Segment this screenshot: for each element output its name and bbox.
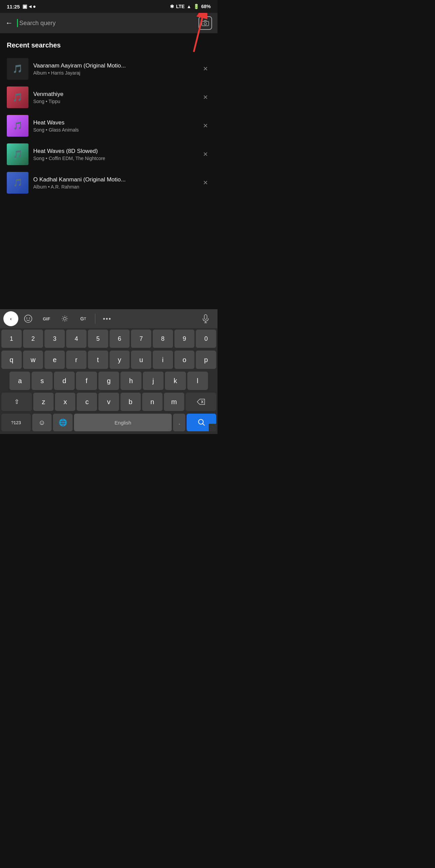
backspace-key[interactable] (186, 393, 216, 411)
album-art-heatwaves: 🎵 (7, 115, 29, 137)
key-w[interactable]: w (23, 351, 43, 369)
search-placeholder: Search query (19, 20, 56, 27)
key-f[interactable]: f (76, 372, 97, 390)
key-m[interactable]: m (164, 393, 184, 411)
item-info: Heat Waves (8D Slowed) Song • Coffin EDM… (33, 148, 195, 161)
key-o[interactable]: o (174, 351, 195, 369)
remove-item-button[interactable]: ✕ (200, 62, 211, 75)
list-item[interactable]: 🎵 O Kadhal Kanmani (Original Motio... Al… (7, 169, 211, 197)
key-v[interactable]: v (98, 393, 119, 411)
text-cursor (17, 19, 18, 27)
svg-point-4 (24, 315, 32, 322)
list-item[interactable]: Vaaranam Aayiram (Original Motio... Albu… (7, 55, 211, 83)
key-2[interactable]: 2 (23, 330, 43, 348)
gif-button[interactable]: GIF (38, 311, 55, 326)
key-e[interactable]: e (44, 351, 65, 369)
list-item[interactable]: 🎵 Heat Waves (8D Slowed) Song • Coffin E… (7, 140, 211, 169)
key-g[interactable]: g (98, 372, 119, 390)
remove-item-button[interactable]: ✕ (200, 119, 211, 132)
album-art-vaaranam (7, 58, 29, 80)
search-icon (198, 419, 205, 426)
keyboard-number-row: 1 2 3 4 5 6 7 8 9 0 (0, 328, 218, 349)
key-z[interactable]: z (33, 393, 54, 411)
key-t[interactable]: t (88, 351, 108, 369)
svg-point-5 (26, 318, 27, 319)
key-1[interactable]: 1 (1, 330, 22, 348)
key-x[interactable]: x (55, 393, 75, 411)
language-key[interactable]: 🌐 (53, 414, 73, 431)
key-u[interactable]: u (131, 351, 151, 369)
key-8[interactable]: 8 (153, 330, 173, 348)
keyboard-back-button[interactable]: ‹ (3, 311, 18, 326)
key-5[interactable]: 5 (88, 330, 108, 348)
search-input-area[interactable]: Search query (17, 19, 194, 27)
period-key[interactable]: . (173, 414, 185, 431)
space-key[interactable]: English (74, 414, 172, 431)
key-b[interactable]: b (120, 393, 141, 411)
numbers-switch-key[interactable]: ?123 (1, 414, 31, 431)
remove-item-button[interactable]: ✕ (200, 91, 211, 104)
status-bar: 11:25 ▣ ◂ ● ✱ LTE ▲ 🔋 68% (0, 0, 218, 13)
svg-point-13 (198, 419, 203, 424)
emoji-icon (24, 314, 33, 323)
emoji-button[interactable] (20, 311, 37, 326)
item-title: Heat Waves (33, 119, 195, 126)
list-item[interactable]: 🎵 Heat Waves Song • Glass Animals ✕ (7, 112, 211, 140)
more-options-button[interactable]: ••• (99, 311, 116, 326)
key-s[interactable]: s (32, 372, 52, 390)
key-9[interactable]: 9 (174, 330, 195, 348)
key-p[interactable]: p (196, 351, 216, 369)
microphone-button[interactable] (197, 311, 214, 326)
key-d[interactable]: d (54, 372, 75, 390)
item-info: O Kadhal Kanmani (Original Motio... Albu… (33, 176, 195, 190)
key-c[interactable]: c (77, 393, 97, 411)
keyboard-row-qwerty: q w e r t y u i o p (0, 349, 218, 370)
remove-item-button[interactable]: ✕ (200, 176, 211, 189)
key-a[interactable]: a (10, 372, 30, 390)
key-3[interactable]: 3 (44, 330, 65, 348)
item-title: O Kadhal Kanmani (Original Motio... (33, 176, 195, 183)
item-title: Vaaranam Aayiram (Original Motio... (33, 62, 195, 69)
keyboard-row-asdf: a s d f g h j k l (0, 370, 218, 391)
key-q[interactable]: q (1, 351, 22, 369)
svg-point-6 (29, 318, 30, 319)
key-j[interactable]: j (143, 372, 164, 390)
bluetooth-icon: ✱ (170, 4, 174, 9)
battery-icon: 🔋 (193, 4, 199, 9)
key-7[interactable]: 7 (131, 330, 151, 348)
key-k[interactable]: k (165, 372, 186, 390)
key-r[interactable]: r (66, 351, 87, 369)
key-i[interactable]: i (153, 351, 173, 369)
keyboard: ‹ GIF GT ••• (0, 309, 218, 434)
search-action-key[interactable] (187, 414, 216, 431)
svg-point-1 (204, 23, 207, 25)
search-bar: ← Search query (0, 13, 218, 33)
album-art-okadhal: 🎵 (7, 172, 29, 194)
item-subtitle: Song • Coffin EDM, The Nightcore (33, 156, 195, 161)
emoji-key[interactable]: ☺ (32, 414, 52, 431)
item-subtitle: Song • Tippu (33, 99, 195, 104)
key-l[interactable]: l (187, 372, 208, 390)
microphone-icon (202, 314, 209, 323)
item-info: Venmathiye Song • Tippu (33, 91, 195, 104)
item-title: Venmathiye (33, 91, 195, 98)
gear-icon (61, 315, 69, 322)
svg-line-14 (203, 423, 205, 426)
translate-button[interactable]: GT (75, 311, 92, 326)
keyboard-row-zxcv: ⇧ z x c v b n m (0, 391, 218, 412)
camera-icon (202, 20, 209, 26)
key-4[interactable]: 4 (66, 330, 87, 348)
remove-item-button[interactable]: ✕ (200, 148, 211, 161)
key-0[interactable]: 0 (196, 330, 216, 348)
back-button[interactable]: ← (5, 19, 13, 27)
key-h[interactable]: h (120, 372, 141, 390)
key-6[interactable]: 6 (110, 330, 130, 348)
shift-key[interactable]: ⇧ (1, 393, 32, 411)
status-time: 11:25 (7, 4, 20, 9)
key-n[interactable]: n (142, 393, 163, 411)
key-y[interactable]: y (110, 351, 130, 369)
settings-button[interactable] (56, 311, 73, 326)
camera-search-button[interactable] (198, 16, 212, 30)
list-item[interactable]: 🎵 Venmathiye Song • Tippu ✕ (7, 83, 211, 112)
lte-label: LTE (176, 4, 185, 9)
